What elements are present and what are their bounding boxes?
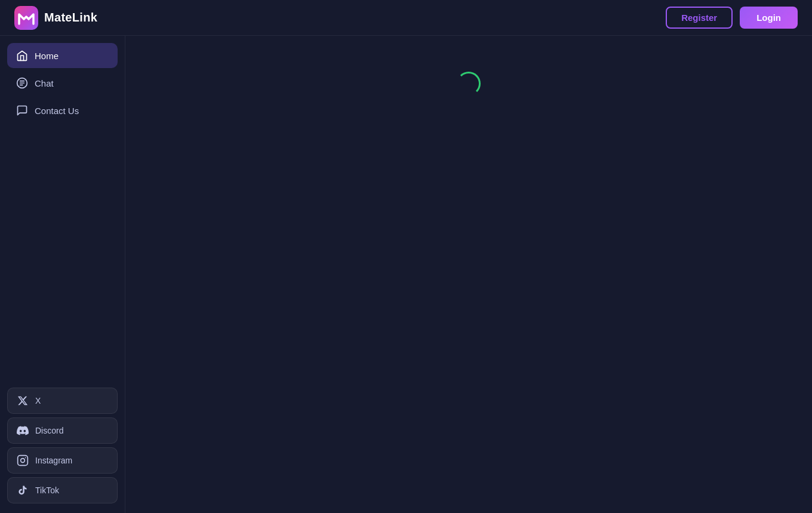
- app-body: Home Chat Contact Us: [0, 36, 812, 513]
- sidebar-item-chat-label: Chat: [35, 78, 54, 88]
- home-icon: [16, 49, 29, 62]
- tiktok-icon: [16, 484, 29, 497]
- svg-point-3: [21, 459, 25, 463]
- social-item-instagram[interactable]: Instagram: [7, 447, 118, 474]
- social-discord-label: Discord: [35, 426, 63, 435]
- sidebar-item-chat[interactable]: Chat: [7, 70, 118, 96]
- login-button[interactable]: Login: [740, 7, 798, 29]
- sidebar-nav: Home Chat Contact Us: [7, 43, 118, 388]
- contact-us-icon: [16, 104, 29, 117]
- social-tiktok-label: TikTok: [35, 486, 59, 495]
- svg-rect-2: [18, 456, 28, 466]
- loading-spinner: [457, 72, 481, 96]
- sidebar-item-contact-us[interactable]: Contact Us: [7, 98, 118, 123]
- social-item-discord[interactable]: Discord: [7, 417, 118, 444]
- sidebar-item-contact-us-label: Contact Us: [35, 106, 79, 116]
- register-button[interactable]: Register: [666, 7, 733, 29]
- x-icon: [16, 394, 29, 407]
- topnav: MateLink Register Login: [0, 0, 812, 36]
- loading-spinner-container: [457, 72, 481, 96]
- social-instagram-label: Instagram: [35, 456, 72, 465]
- main-content: [125, 36, 812, 513]
- discord-icon: [16, 424, 29, 437]
- sidebar: Home Chat Contact Us: [0, 36, 125, 513]
- nav-buttons: Register Login: [666, 7, 798, 29]
- sidebar-item-home-label: Home: [35, 51, 59, 61]
- instagram-icon: [16, 454, 29, 467]
- social-item-x[interactable]: X: [7, 388, 118, 414]
- brand: MateLink: [14, 6, 97, 30]
- chat-icon: [16, 76, 29, 90]
- brand-name: MateLink: [44, 11, 97, 24]
- sidebar-social: X Discord: [7, 388, 118, 506]
- social-x-label: X: [35, 396, 41, 406]
- sidebar-item-home[interactable]: Home: [7, 43, 118, 68]
- brand-logo-icon: [14, 6, 38, 30]
- social-item-tiktok[interactable]: TikTok: [7, 477, 118, 503]
- svg-point-4: [25, 457, 26, 459]
